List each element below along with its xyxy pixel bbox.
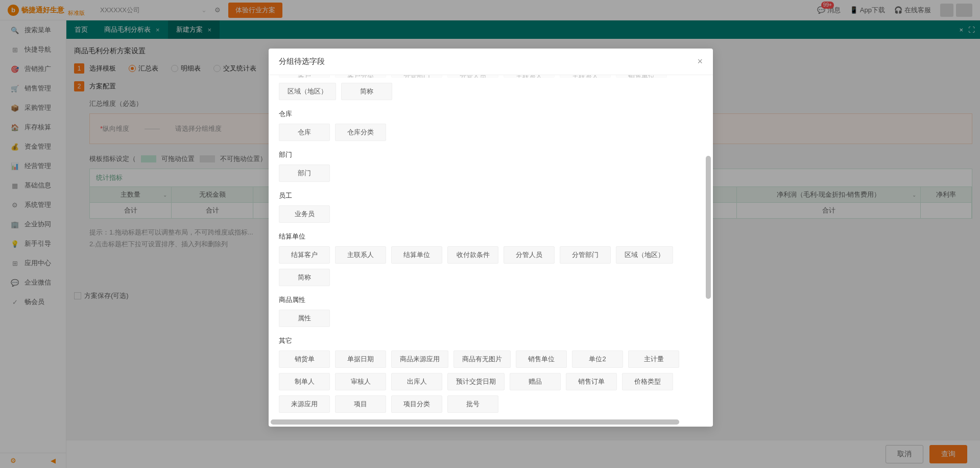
field-group-title: 其它 — [279, 336, 703, 345]
field-list: 部门 — [279, 165, 703, 182]
field-chip[interactable]: 销售订单 — [566, 373, 617, 390]
field-list: 业务员 — [279, 205, 703, 223]
field-chip[interactable]: 属性 — [279, 310, 330, 327]
field-list: 销货单单据日期商品来源应用商品有无图片销售单位单位2主计量制单人审核人出库人预计… — [279, 350, 703, 413]
modal-vscrollbar[interactable] — [706, 74, 712, 419]
field-group: 员工业务员 — [279, 191, 703, 223]
field-chip[interactable]: 主联系人 — [504, 75, 555, 78]
field-chip[interactable]: 项目分类 — [391, 395, 442, 413]
field-chip[interactable]: 业务员 — [279, 205, 330, 223]
modal-body[interactable]: 客户客户分类分管部门分管人员主联系人主联系人销售单位 区域（地区）简称 仓库仓库… — [269, 75, 713, 427]
field-chip[interactable]: 主联系人 — [335, 246, 386, 264]
field-chip[interactable]: 区域（地区） — [279, 83, 336, 100]
field-chip[interactable]: 商品有无图片 — [453, 350, 511, 368]
field-chip[interactable]: 区域（地区） — [616, 246, 673, 264]
field-chip[interactable]: 简称 — [279, 269, 330, 286]
field-chip[interactable]: 销售单位 — [516, 350, 567, 368]
field-list: 结算客户主联系人结算单位收付款条件分管人员分管部门区域（地区）简称 — [279, 246, 703, 286]
field-chip[interactable]: 审核人 — [335, 373, 386, 390]
field-chip[interactable]: 出库人 — [391, 373, 442, 390]
field-chip[interactable]: 收付款条件 — [447, 246, 498, 264]
field-chip[interactable]: 仓库分类 — [335, 124, 386, 141]
field-chip[interactable]: 主计量 — [628, 350, 679, 368]
field-list: 仓库仓库分类 — [279, 124, 703, 141]
field-chip[interactable]: 单位2 — [572, 350, 623, 368]
field-chip[interactable]: 销售单位 — [616, 75, 667, 78]
field-chip[interactable]: 价格类型 — [622, 373, 673, 390]
field-chip[interactable]: 分管部门 — [560, 246, 611, 264]
modal-title: 分组待选字段 — [279, 57, 325, 66]
field-chip[interactable]: 客户 — [279, 75, 330, 78]
field-chip[interactable]: 部门 — [279, 165, 330, 182]
field-chip[interactable]: 分管人员 — [504, 246, 555, 264]
field-group: 仓库仓库仓库分类 — [279, 109, 703, 141]
field-group: 其它销货单单据日期商品来源应用商品有无图片销售单位单位2主计量制单人审核人出库人… — [279, 336, 703, 413]
field-group-title: 员工 — [279, 191, 703, 200]
modal-hscrollbar[interactable] — [271, 419, 705, 426]
field-chip[interactable]: 预计交货日期 — [447, 373, 505, 390]
field-group: 部门部门 — [279, 150, 703, 182]
field-group-title: 仓库 — [279, 109, 703, 119]
field-list: 属性 — [279, 310, 703, 327]
field-chip[interactable]: 结算客户 — [279, 246, 330, 264]
field-picker-modal: 分组待选字段 × 客户客户分类分管部门分管人员主联系人主联系人销售单位 区域（地… — [269, 49, 713, 427]
field-chip[interactable]: 批号 — [447, 395, 498, 413]
field-chip[interactable]: 仓库 — [279, 124, 330, 141]
partial-field-row2: 区域（地区）简称 — [279, 83, 703, 100]
field-chip[interactable]: 主联系人 — [560, 75, 611, 78]
field-chip[interactable]: 商品来源应用 — [391, 350, 448, 368]
field-group: 结算单位结算客户主联系人结算单位收付款条件分管人员分管部门区域（地区）简称 — [279, 232, 703, 286]
scroll-thumb[interactable] — [271, 419, 679, 425]
field-chip[interactable]: 单据日期 — [335, 350, 386, 368]
field-group-title: 部门 — [279, 150, 703, 159]
close-icon[interactable]: × — [697, 56, 703, 67]
field-chip[interactable]: 销货单 — [279, 350, 330, 368]
field-group-title: 结算单位 — [279, 232, 703, 241]
field-group-title: 商品属性 — [279, 295, 703, 305]
modal-header: 分组待选字段 × — [269, 49, 713, 75]
field-chip[interactable]: 分管人员 — [447, 75, 498, 78]
field-chip[interactable]: 简称 — [341, 83, 392, 100]
field-chip[interactable]: 项目 — [335, 395, 386, 413]
scroll-thumb[interactable] — [706, 156, 711, 299]
field-chip[interactable]: 来源应用 — [279, 395, 330, 413]
field-chip[interactable]: 结算单位 — [391, 246, 442, 264]
field-chip[interactable]: 制单人 — [279, 373, 330, 390]
field-chip[interactable]: 赠品 — [510, 373, 561, 390]
partial-field-row: 客户客户分类分管部门分管人员主联系人主联系人销售单位 — [279, 75, 703, 78]
field-chip[interactable]: 客户分类 — [335, 75, 386, 78]
field-group: 商品属性属性 — [279, 295, 703, 327]
field-chip[interactable]: 分管部门 — [391, 75, 442, 78]
